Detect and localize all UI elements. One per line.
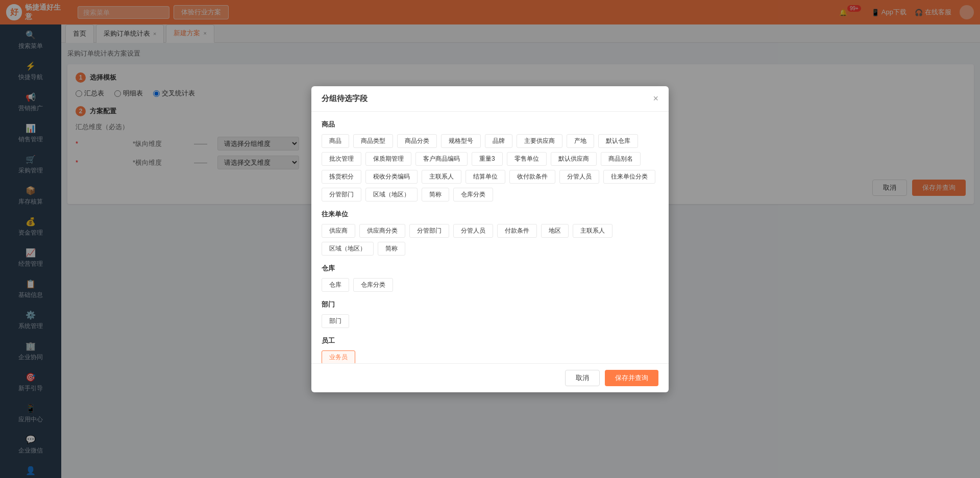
section-warehouse: 仓库 仓库 仓库分类	[322, 264, 658, 292]
section-department-title: 部门	[322, 300, 658, 309]
tag-product-main-supplier[interactable]: 主要供应商	[517, 134, 562, 148]
modal-overlay: 分组待选字段 × 商品 商品 商品类型 商品分类 规格型号 品牌 主要供应商 产…	[0, 0, 980, 478]
section-employee: 员工 业务员	[322, 336, 658, 363]
tag-product-category[interactable]: 商品分类	[397, 134, 437, 148]
tag-product-default-warehouse[interactable]: 默认仓库	[598, 134, 638, 148]
tag-partner-supplier-cat[interactable]: 供应商分类	[359, 224, 405, 238]
tag-department[interactable]: 部门	[322, 314, 349, 328]
modal-cancel-button[interactable]: 取消	[565, 370, 600, 386]
modal-confirm-button[interactable]: 保存并查询	[605, 370, 658, 386]
tag-partner-supplier[interactable]: 供应商	[322, 224, 355, 238]
modal: 分组待选字段 × 商品 商品 商品类型 商品分类 规格型号 品牌 主要供应商 产…	[311, 86, 669, 392]
section-employee-title: 员工	[322, 336, 658, 345]
tag-product-weight[interactable]: 重量3	[472, 152, 503, 166]
section-department: 部门 部门	[322, 300, 658, 328]
tag-partner-payment[interactable]: 付款条件	[497, 224, 537, 238]
section-partner-title: 往来单位	[322, 210, 658, 219]
tag-partner-short[interactable]: 简称	[378, 242, 405, 256]
tag-warehouse[interactable]: 仓库	[322, 278, 349, 292]
tag-product-payment[interactable]: 收付款条件	[509, 170, 555, 184]
tag-product-default-supplier[interactable]: 默认供应商	[551, 152, 597, 166]
section-product-title: 商品	[322, 120, 658, 129]
modal-title: 分组待选字段	[322, 94, 368, 104]
tag-product-origin[interactable]: 产地	[567, 134, 594, 148]
tag-product-short-name[interactable]: 简称	[422, 188, 449, 202]
modal-header: 分组待选字段 ×	[311, 86, 669, 112]
section-department-tags: 部门	[322, 314, 658, 328]
modal-footer: 取消 保存并查询	[311, 363, 669, 392]
modal-close-button[interactable]: ×	[653, 93, 658, 104]
tag-partner-manager[interactable]: 分管人员	[453, 224, 493, 238]
tag-product-brand[interactable]: 品牌	[485, 134, 512, 148]
tag-product-settle-unit[interactable]: 结算单位	[465, 170, 505, 184]
section-warehouse-title: 仓库	[322, 264, 658, 273]
modal-body: 商品 商品 商品类型 商品分类 规格型号 品牌 主要供应商 产地 默认仓库 批次…	[311, 112, 669, 363]
section-employee-tags: 业务员	[322, 350, 658, 363]
section-warehouse-tags: 仓库 仓库分类	[322, 278, 658, 292]
tag-product-quality[interactable]: 保质期管理	[365, 152, 411, 166]
tag-product-alias[interactable]: 商品别名	[601, 152, 641, 166]
tag-product-dept[interactable]: 分管部门	[322, 188, 361, 202]
tag-product-tax-code[interactable]: 税收分类编码	[365, 170, 418, 184]
tag-product-batch[interactable]: 批次管理	[322, 152, 361, 166]
tag-product-retail-unit[interactable]: 零售单位	[507, 152, 547, 166]
tag-product-type[interactable]: 商品类型	[353, 134, 393, 148]
tag-product-spec[interactable]: 规格型号	[441, 134, 481, 148]
tag-product-manager[interactable]: 分管人员	[559, 170, 599, 184]
section-partner: 往来单位 供应商 供应商分类 分管部门 分管人员 付款条件 地区 主联系人 区域…	[322, 210, 658, 256]
tag-partner-dept[interactable]: 分管部门	[409, 224, 449, 238]
tag-product-warehouse-cat[interactable]: 仓库分类	[453, 188, 493, 202]
tag-product-region[interactable]: 区域（地区）	[365, 188, 418, 202]
tag-partner-area[interactable]: 区域（地区）	[322, 242, 374, 256]
tag-warehouse-cat[interactable]: 仓库分类	[353, 278, 393, 292]
tag-partner-region[interactable]: 地区	[541, 224, 569, 238]
section-partner-tags: 供应商 供应商分类 分管部门 分管人员 付款条件 地区 主联系人 区域（地区） …	[322, 224, 658, 256]
section-product: 商品 商品 商品类型 商品分类 规格型号 品牌 主要供应商 产地 默认仓库 批次…	[322, 120, 658, 202]
tag-product-商品[interactable]: 商品	[322, 134, 349, 148]
tag-partner-contact[interactable]: 主联系人	[573, 224, 612, 238]
tag-product-contact[interactable]: 主联系人	[422, 170, 461, 184]
tag-product-pick-score[interactable]: 拣货积分	[322, 170, 361, 184]
tag-product-customer-code[interactable]: 客户商品编码	[415, 152, 468, 166]
tag-product-partner-category[interactable]: 往来单位分类	[603, 170, 655, 184]
section-product-tags: 商品 商品类型 商品分类 规格型号 品牌 主要供应商 产地 默认仓库 批次管理 …	[322, 134, 658, 202]
tag-employee-sales[interactable]: 业务员	[322, 350, 355, 363]
